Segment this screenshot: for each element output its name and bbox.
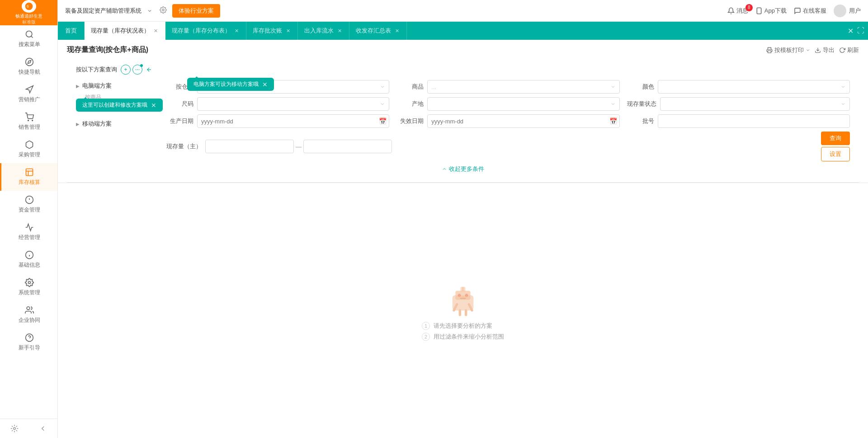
desktop-scheme-item[interactable]: ▶ 电脑端方案 这里可以创建和修改方案哦 ✕ [76, 80, 159, 92]
online-support-btn[interactable]: 在线客服 [794, 7, 826, 15]
sidebar-label-marketing: 营销推广 [19, 96, 40, 104]
sidebar-item-nav[interactable]: 快捷导航 [0, 53, 57, 80]
refresh-label: 刷新 [847, 46, 859, 54]
empty-hint-2: 2 用过滤条件来缩小分析范围 [422, 333, 504, 341]
goods-field: 商品 ... [396, 80, 619, 94]
tab-close-all-btn[interactable]: ✕ [848, 27, 854, 35]
logo-icon: 6 [22, 0, 36, 13]
tab-close-1[interactable]: ✕ [233, 28, 240, 34]
content-area: 现存量查询(按仓库+商品) 按模板打印 导出 [58, 40, 868, 438]
stock-status-field: 现存量状态 [627, 97, 850, 111]
sidebar-item-enterprise[interactable]: 企业协同 [0, 301, 57, 329]
sidebar-label-finance: 资金管理 [19, 206, 40, 214]
tab-inventory-status[interactable]: 现存量（库存状况表） ✕ [85, 22, 165, 40]
sidebar-item-guide[interactable]: 新手引导 [0, 329, 57, 356]
mobile-scheme-item[interactable]: ▶ 移动端方案 [76, 118, 159, 130]
page-header-top: 现存量查询(按仓库+商品) 按模板打印 导出 [67, 45, 859, 55]
stock-main-label: 现存量（主） [166, 142, 202, 151]
tab-close-4[interactable]: ✕ [394, 28, 400, 34]
sidebar-item-system[interactable]: 系统管理 [0, 273, 57, 301]
sidebar-logo: 6 畅通逍好生意 标准版 [0, 0, 57, 25]
svg-point-32 [458, 294, 461, 297]
scheme-tooltip-bottom-text: 这里可以创建和修改方案哦 [82, 101, 147, 109]
tab-summary[interactable]: 收发存汇总表 ✕ [349, 22, 407, 40]
dot-indicator [140, 64, 143, 67]
tab-home[interactable]: 首页 [58, 22, 85, 40]
sidebar-collapse-btn[interactable] [29, 423, 58, 434]
stock-main-to[interactable] [303, 140, 392, 153]
tab-batch[interactable]: 库存批次账 ✕ [246, 22, 298, 40]
top-header: 装备及固定资产辅助管理系统 体验行业方案 消息 8 App下载 在线客服 [58, 0, 868, 22]
tab-close-0[interactable]: ✕ [152, 28, 159, 34]
sidebar: 6 畅通逍好生意 标准版 搜索菜单 快捷导航 营销推广 销售管理 采购管理 库存… [0, 0, 58, 438]
tab-label-2: 库存批次账 [253, 27, 282, 35]
expiry-date-label: 失效日期 [396, 117, 424, 125]
svg-line-3 [31, 36, 33, 38]
app-download-label: App下载 [764, 7, 787, 15]
scheme-tree-panel: ▶ 电脑端方案 这里可以创建和修改方案哦 ✕ 按商品 [76, 80, 166, 161]
industry-btn[interactable]: 体验行业方案 [172, 4, 220, 18]
online-support-label: 在线客服 [803, 7, 826, 15]
scheme-tooltip-bottom-close[interactable]: ✕ [151, 102, 156, 109]
filter-edit-btn[interactable]: 电脑方案可设为移动方案哦 ✕ [132, 65, 142, 75]
refresh-btn[interactable]: 刷新 [839, 46, 859, 54]
svg-point-17 [28, 282, 31, 284]
batch-input[interactable] [658, 114, 850, 128]
system-dropdown[interactable] [147, 8, 152, 14]
sidebar-item-basic[interactable]: 基础信息 [0, 246, 57, 273]
goods-label: 商品 [396, 83, 424, 91]
filter-fields: 按仓库 ... 商品 ... [166, 80, 850, 161]
sidebar-label-enterprise: 企业协同 [19, 316, 40, 324]
color-dropdown-icon [840, 84, 846, 89]
production-date-field: 生产日期 📅 [166, 114, 389, 128]
color-field: 颜色 [627, 80, 850, 94]
tab-close-3[interactable]: ✕ [336, 28, 343, 34]
collapse-label: 收起更多条件 [449, 165, 484, 173]
sidebar-label-system: 系统管理 [19, 289, 40, 297]
size-label: 尺码 [166, 100, 193, 108]
tab-flow[interactable]: 出入库流水 ✕ [298, 22, 349, 40]
svg-rect-8 [26, 169, 33, 176]
sidebar-item-search[interactable]: 搜索菜单 [0, 25, 57, 53]
tab-inventory-dist[interactable]: 现存量（库存分布表） ✕ [165, 22, 246, 40]
empty-state: 1 请先选择要分析的方案 2 用过滤条件来缩小分析范围 [58, 183, 868, 438]
tab-label-1: 现存量（库存分布表） [172, 27, 231, 35]
template-print-btn[interactable]: 按模板打印 [766, 46, 810, 54]
tab-maximize-btn[interactable]: ⛶ [857, 27, 864, 35]
reset-btn[interactable]: 设置 [821, 147, 850, 161]
expiry-date-input[interactable] [427, 114, 619, 128]
filter-arrow-btn[interactable] [144, 65, 154, 75]
search-buttons: 查询 设置 [821, 132, 850, 161]
sidebar-label-basic: 基础信息 [19, 261, 40, 269]
user-area[interactable]: 用户 [834, 5, 861, 17]
sidebar-item-inventory[interactable]: 库存核算 [0, 163, 57, 191]
svg-point-21 [14, 428, 16, 430]
scheme-tooltip-top: 电脑方案可设为移动方案哦 ✕ [187, 78, 274, 91]
notification-btn[interactable]: 消息 8 [727, 7, 748, 15]
filter-body: ▶ 电脑端方案 这里可以创建和修改方案哦 ✕ 按商品 [76, 80, 850, 161]
scheme-tooltip-bottom: 这里可以创建和修改方案哦 ✕ [76, 99, 163, 112]
scheme-tooltip-close[interactable]: ✕ [262, 81, 268, 88]
sidebar-item-marketing[interactable]: 营销推广 [0, 80, 57, 108]
sidebar-settings-btn[interactable] [0, 423, 29, 434]
page-title: 现存量查询(按仓库+商品) [67, 45, 148, 55]
stock-main-from[interactable] [205, 140, 294, 153]
sidebar-item-sales[interactable]: 销售管理 [0, 108, 57, 136]
svg-text:6: 6 [27, 4, 29, 9]
sidebar-item-finance[interactable]: 资金管理 [0, 191, 57, 218]
collapse-row[interactable]: 收起更多条件 [76, 161, 850, 177]
scheme-tooltip-text: 电脑方案可设为移动方案哦 [193, 80, 259, 88]
sidebar-item-purchase[interactable]: 采购管理 [0, 136, 57, 163]
batch-field: 批号 [627, 114, 850, 128]
header-settings-icon[interactable] [160, 6, 167, 15]
svg-point-6 [28, 120, 29, 121]
search-btn[interactable]: 查询 [821, 132, 850, 145]
production-date-input[interactable] [197, 114, 389, 128]
filter-label: 按以下方案查询 [76, 66, 117, 74]
sidebar-item-business[interactable]: 经营管理 [0, 218, 57, 246]
export-btn[interactable]: 导出 [815, 46, 835, 54]
tab-close-2[interactable]: ✕ [285, 28, 291, 34]
filter-header: 按以下方案查询 + 电脑方案可设为移动方案哦 ✕ [76, 65, 850, 75]
app-download-btn[interactable]: App下载 [755, 7, 787, 15]
filter-add-btn[interactable]: + [121, 65, 131, 75]
